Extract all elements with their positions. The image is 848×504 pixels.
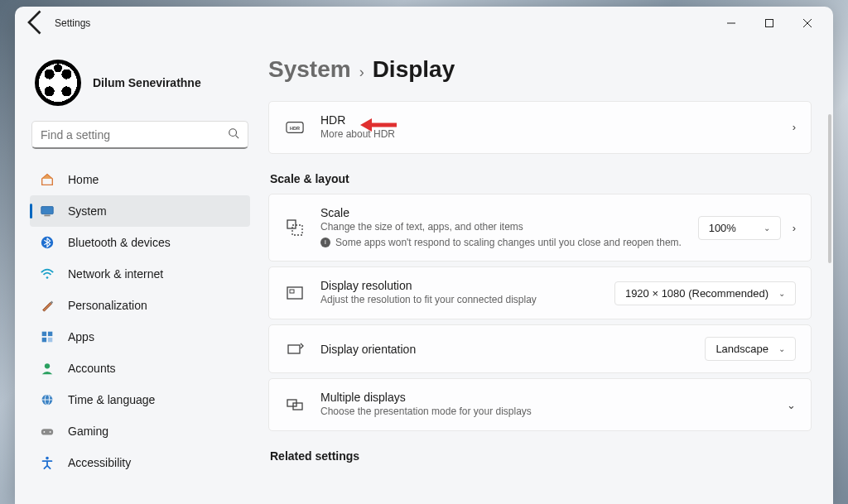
resolution-row[interactable]: Display resolution Adjust the resolution… — [268, 266, 812, 319]
resolution-value: 1920 × 1080 (Recommended) — [625, 287, 768, 300]
profile-block[interactable]: Dilum Senevirathne — [30, 40, 250, 121]
search-icon — [228, 127, 239, 142]
scale-value: 100% — [709, 222, 736, 234]
orientation-row[interactable]: Display orientation Landscape ⌄ — [268, 324, 812, 373]
sidebar-item-home[interactable]: Home — [30, 164, 250, 195]
scale-info: Some apps won't respond to scaling chang… — [335, 236, 682, 250]
profile-name: Dilum Senevirathne — [93, 76, 201, 89]
breadcrumb: System › Display — [268, 56, 812, 83]
search-box[interactable] — [31, 121, 248, 149]
nav-label: Apps — [68, 330, 94, 343]
section-related: Related settings — [270, 449, 812, 463]
hdr-icon: HDR — [284, 118, 306, 137]
breadcrumb-parent[interactable]: System — [268, 56, 351, 83]
svg-rect-10 — [42, 332, 46, 336]
chevron-right-icon: › — [793, 121, 796, 133]
sidebar-item-network[interactable]: Network & internet — [30, 258, 250, 290]
section-scale-layout: Scale & layout — [270, 172, 812, 185]
svg-point-9 — [46, 276, 49, 279]
nav-label: Gaming — [68, 425, 108, 438]
svg-rect-26 — [287, 220, 296, 228]
breadcrumb-current: Display — [373, 56, 455, 83]
svg-line-5 — [236, 136, 239, 139]
nav-label: Accounts — [68, 362, 116, 375]
home-icon — [38, 170, 56, 189]
chevron-right-icon: › — [359, 64, 364, 81]
svg-point-19 — [44, 431, 46, 433]
resolution-title: Display resolution — [320, 279, 614, 292]
svg-rect-12 — [42, 338, 46, 342]
svg-point-4 — [229, 129, 237, 137]
close-button[interactable] — [788, 10, 826, 36]
sidebar-item-system[interactable]: System — [30, 195, 250, 227]
chevron-down-icon: ⌄ — [764, 223, 770, 233]
sidebar-item-accessibility[interactable]: Accessibility — [30, 447, 250, 478]
nav-label: Time & language — [68, 393, 155, 406]
nav-label: Personalization — [68, 299, 147, 312]
scale-dropdown[interactable]: 100% ⌄ — [698, 216, 781, 240]
svg-rect-18 — [41, 429, 53, 434]
person-icon — [38, 359, 56, 377]
svg-rect-27 — [292, 225, 302, 235]
sidebar-item-personalization[interactable]: Personalization — [30, 290, 250, 321]
svg-rect-6 — [41, 207, 53, 214]
resolution-dropdown[interactable]: 1920 × 1080 (Recommended) ⌄ — [614, 281, 796, 305]
scale-subtitle: Change the size of text, apps, and other… — [320, 220, 698, 234]
chevron-down-icon: ⌄ — [778, 344, 785, 353]
nav-label: Home — [68, 173, 99, 186]
svg-point-20 — [50, 431, 51, 433]
sidebar-item-time[interactable]: Time & language — [30, 384, 250, 415]
scale-title: Scale — [320, 206, 698, 219]
hdr-subtitle: More about HDR — [320, 127, 781, 142]
search-input[interactable] — [41, 128, 228, 142]
scrollbar[interactable] — [828, 114, 831, 263]
orientation-value: Landscape — [716, 343, 768, 355]
svg-rect-30 — [288, 345, 300, 353]
svg-text:HDR: HDR — [290, 126, 300, 131]
maximize-button[interactable] — [750, 10, 788, 36]
content-pane: System › Display HDR HDR More about HDR … — [260, 40, 833, 504]
multiple-displays-icon — [284, 396, 306, 414]
system-icon — [38, 202, 56, 220]
svg-point-14 — [45, 363, 50, 368]
svg-rect-7 — [44, 215, 50, 217]
nav-label: Bluetooth & devices — [68, 236, 171, 249]
svg-rect-29 — [290, 290, 294, 293]
paint-icon — [38, 296, 56, 314]
svg-point-21 — [46, 457, 49, 460]
svg-rect-13 — [48, 338, 52, 342]
svg-rect-11 — [48, 332, 52, 336]
hdr-title: HDR — [320, 113, 781, 127]
resolution-subtitle: Adjust the resolution to fit your connec… — [320, 293, 614, 307]
bluetooth-icon — [38, 233, 56, 252]
nav-label: Accessibility — [68, 456, 131, 469]
orientation-icon — [284, 340, 306, 358]
accessibility-icon — [38, 454, 56, 472]
multiple-title: Multiple displays — [320, 391, 775, 404]
orientation-title: Display orientation — [320, 343, 705, 356]
scale-icon — [284, 218, 306, 237]
minimize-button[interactable] — [712, 10, 750, 36]
window-title: Settings — [55, 17, 90, 29]
settings-window: Settings Dilum Senevirathne Home — [15, 7, 833, 504]
avatar — [35, 60, 81, 106]
hdr-row[interactable]: HDR HDR More about HDR › — [268, 101, 812, 154]
sidebar-item-bluetooth[interactable]: Bluetooth & devices — [30, 227, 250, 258]
chevron-down-icon: ⌄ — [778, 289, 785, 298]
multiple-subtitle: Choose the presentation mode for your di… — [320, 405, 775, 419]
svg-rect-1 — [766, 20, 773, 27]
gamepad-icon — [38, 422, 56, 440]
orientation-dropdown[interactable]: Landscape ⌄ — [705, 337, 796, 361]
scale-row[interactable]: Scale Change the size of text, apps, and… — [268, 194, 812, 262]
wifi-icon — [38, 265, 56, 283]
multiple-displays-row[interactable]: Multiple displays Choose the presentatio… — [268, 378, 812, 431]
sidebar-item-apps[interactable]: Apps — [30, 321, 250, 353]
back-button[interactable] — [22, 7, 51, 40]
sidebar: Dilum Senevirathne Home System — [15, 40, 260, 504]
resolution-icon — [284, 284, 306, 302]
sidebar-item-accounts[interactable]: Accounts — [30, 353, 250, 384]
apps-icon — [38, 328, 56, 346]
nav-list: Home System Bluetooth & devices Network … — [30, 164, 250, 504]
sidebar-item-gaming[interactable]: Gaming — [30, 415, 250, 447]
chevron-down-icon: ⌄ — [787, 399, 796, 411]
